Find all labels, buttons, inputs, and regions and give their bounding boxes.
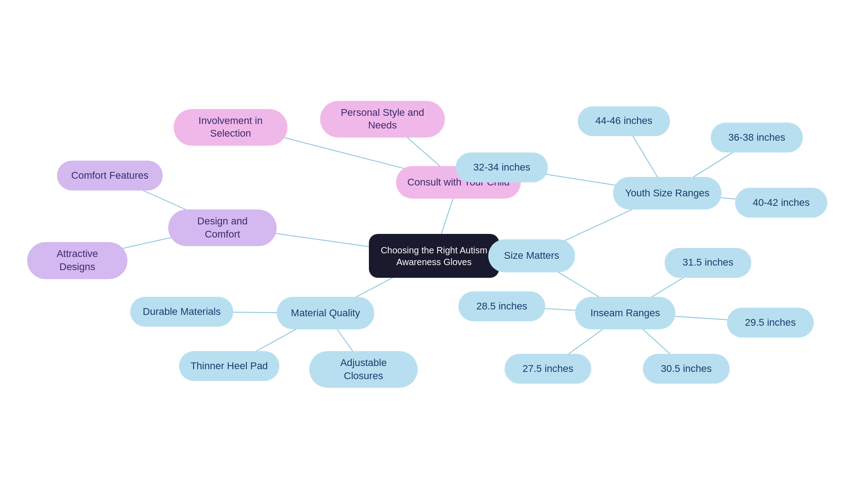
node-inseam: Inseam Ranges (575, 297, 675, 329)
node-adjustable: Adjustable Closures (309, 351, 418, 388)
node-heel: Thinner Heel Pad (179, 351, 279, 381)
node-involvement: Involvement in Selection (174, 109, 288, 146)
node-i295: 29.5 inches (727, 308, 814, 338)
node-i285: 28.5 inches (458, 291, 545, 321)
node-i275: 27.5 inches (505, 354, 591, 384)
node-personal: Personal Style and Needs (320, 101, 445, 138)
center-node: Choosing the Right Autism Awareness Glov… (369, 234, 499, 277)
node-r4042: 40-42 inches (735, 188, 827, 218)
node-durable: Durable Materials (130, 297, 233, 327)
node-r4446: 44-46 inches (578, 106, 670, 136)
node-youth: Youth Size Ranges (613, 177, 722, 209)
node-r3234: 32-34 inches (456, 152, 548, 182)
mindmap-container: Choosing the Right Autism Awareness Glov… (0, 0, 868, 490)
node-design: Design and Comfort (168, 209, 277, 246)
node-material: Material Quality (277, 297, 374, 329)
node-comfort: Comfort Features (57, 161, 163, 190)
node-attractive: Attractive Designs (27, 242, 127, 279)
node-i305: 30.5 inches (643, 354, 730, 384)
node-size: Size Matters (488, 239, 575, 272)
node-i315: 31.5 inches (665, 248, 751, 278)
node-r3638: 36-38 inches (711, 123, 803, 152)
